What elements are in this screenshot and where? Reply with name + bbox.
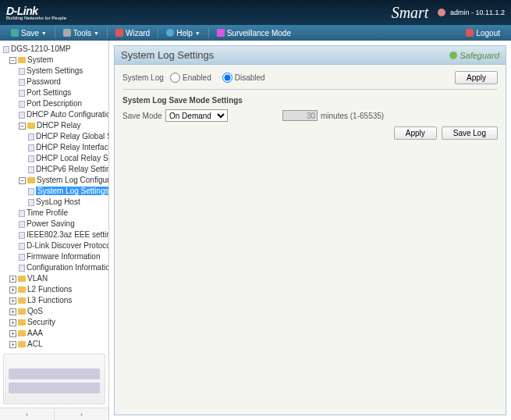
folder-icon: [27, 177, 35, 183]
tree-folder[interactable]: +QoS: [2, 306, 107, 317]
menu-wizard[interactable]: Wizard: [109, 29, 156, 37]
savemode-row: Save Mode On Demand minutes (1-65535): [122, 109, 498, 122]
minutes-input[interactable]: [282, 110, 318, 121]
tree-folder[interactable]: +AAA: [2, 328, 107, 339]
tree-item[interactable]: D-Link Discover Protocol: [2, 240, 107, 251]
minutes-hint: minutes (1-65535): [321, 112, 384, 120]
tree-item[interactable]: System Settings: [2, 66, 107, 77]
tree-item[interactable]: System Log Settings: [2, 186, 107, 197]
panel-body: System Log Enabled Disabled Apply System…: [115, 65, 506, 415]
separator: [55, 27, 55, 38]
tree-item[interactable]: Firmware Information: [2, 251, 107, 262]
tree-folder[interactable]: +ACL: [2, 339, 107, 350]
separator: [107, 27, 108, 38]
scroll-nav: ‹ ›: [0, 408, 108, 420]
page-icon: [19, 243, 25, 250]
chevron-down-icon: ▼: [41, 30, 47, 36]
expand-icon[interactable]: +: [9, 319, 16, 326]
page-icon: [28, 188, 34, 195]
folder-icon: [18, 297, 26, 304]
apply-button[interactable]: Apply: [455, 71, 498, 84]
tree-dhcp-relay[interactable]: −DHCP Relay: [2, 120, 107, 131]
tree-item[interactable]: DHCP Relay Interface Sett: [2, 142, 107, 153]
page-icon: [19, 210, 25, 217]
menu-save[interactable]: Save▼: [5, 29, 53, 37]
radio-disabled[interactable]: Disabled: [222, 73, 265, 83]
logo: D-Link Building Networks for People: [6, 5, 66, 20]
page-icon: [28, 199, 34, 206]
tree-item[interactable]: Configuration Information: [2, 262, 107, 273]
tree-item[interactable]: DHCP Relay Global Setting: [2, 131, 107, 142]
menu-surveillance[interactable]: Surveillance Mode: [211, 29, 297, 37]
folder-icon: [18, 57, 26, 63]
tree-folder[interactable]: +PoE: [2, 350, 107, 351]
menu-logout[interactable]: Logout: [460, 29, 506, 37]
savelog-button[interactable]: Save Log: [442, 126, 498, 140]
expand-icon[interactable]: +: [9, 341, 16, 348]
divider: [122, 89, 498, 90]
folder-icon: [18, 319, 26, 326]
folder-icon: [18, 276, 26, 282]
menu-help[interactable]: Help▼: [160, 29, 207, 37]
tree-system[interactable]: −System: [2, 55, 107, 66]
tree-folder[interactable]: +L2 Functions: [2, 284, 107, 295]
save-icon: [11, 29, 19, 37]
admin-info: admin - 10.11.1.2: [438, 9, 505, 17]
app-header: D-Link Building Networks for People Smar…: [0, 0, 511, 25]
chevron-down-icon: ▼: [195, 30, 200, 36]
tree-item[interactable]: Power Saving: [2, 219, 107, 230]
radio-disabled-input[interactable]: [222, 73, 232, 83]
tree-folder[interactable]: +VLAN: [2, 273, 107, 284]
tree-item[interactable]: IEEE802.3az EEE settings: [2, 230, 107, 240]
syslog-label: System Log: [122, 73, 165, 82]
tree-root[interactable]: DGS-1210-10MP: [2, 44, 107, 55]
tree-item[interactable]: DHCP Auto Configuration: [2, 109, 107, 120]
content-area: System Log Settings Safeguard System Log…: [109, 41, 511, 420]
page-icon: [19, 112, 25, 119]
help-icon: [166, 29, 174, 37]
page-icon: [19, 90, 25, 97]
apply-button-2[interactable]: Apply: [394, 126, 437, 140]
tree-item[interactable]: SysLog Host: [2, 197, 107, 208]
radio-enabled[interactable]: Enabled: [170, 73, 211, 83]
expand-icon[interactable]: +: [9, 330, 16, 337]
tree-item[interactable]: Port Settings: [2, 87, 107, 98]
collapse-icon[interactable]: −: [19, 177, 26, 184]
device-image: [3, 354, 105, 404]
logout-icon: [466, 29, 474, 37]
separator: [208, 27, 209, 38]
expand-icon[interactable]: +: [9, 276, 16, 283]
logo-subtitle: Building Networks for People: [6, 16, 66, 20]
savemode-label: Save Mode: [122, 112, 165, 120]
menu-tools[interactable]: Tools▼: [57, 29, 105, 37]
page-icon: [19, 232, 25, 239]
folder-icon: [18, 287, 26, 293]
expand-icon[interactable]: +: [9, 308, 16, 315]
tree-syslog-config[interactable]: −System Log Configuration: [2, 175, 107, 186]
savemode-select[interactable]: On Demand: [165, 109, 228, 122]
page-icon: [19, 254, 25, 261]
savemode-section-title: System Log Save Mode Settings: [122, 96, 498, 105]
tree-item[interactable]: Port Description: [2, 98, 107, 109]
folder-icon: [18, 341, 26, 347]
syslog-radio-group: Enabled Disabled: [170, 73, 265, 83]
folder-icon: [18, 330, 26, 336]
radio-enabled-input[interactable]: [170, 73, 180, 83]
settings-panel: System Log Settings Safeguard System Log…: [114, 45, 506, 415]
page-icon: [19, 265, 25, 272]
button-row: Apply Save Log: [122, 126, 498, 140]
tree-folder[interactable]: +Security: [2, 317, 107, 328]
scroll-left-button[interactable]: ‹: [0, 408, 54, 420]
collapse-icon[interactable]: −: [19, 123, 26, 130]
tree-item[interactable]: DHCPv6 Relay Settings: [2, 164, 107, 175]
collapse-icon[interactable]: −: [9, 57, 16, 64]
tree-item[interactable]: Password: [2, 77, 107, 87]
tree-item[interactable]: Time Profile: [2, 208, 107, 219]
expand-icon[interactable]: +: [9, 297, 16, 304]
tree-folder[interactable]: +L3 Functions: [2, 295, 107, 306]
safeguard-badge: Safeguard: [449, 51, 499, 60]
expand-icon[interactable]: +: [9, 287, 16, 294]
page-icon: [28, 133, 34, 141]
scroll-right-button[interactable]: ›: [54, 408, 108, 420]
tree-item[interactable]: DHCP Local Relay Settings: [2, 153, 107, 164]
